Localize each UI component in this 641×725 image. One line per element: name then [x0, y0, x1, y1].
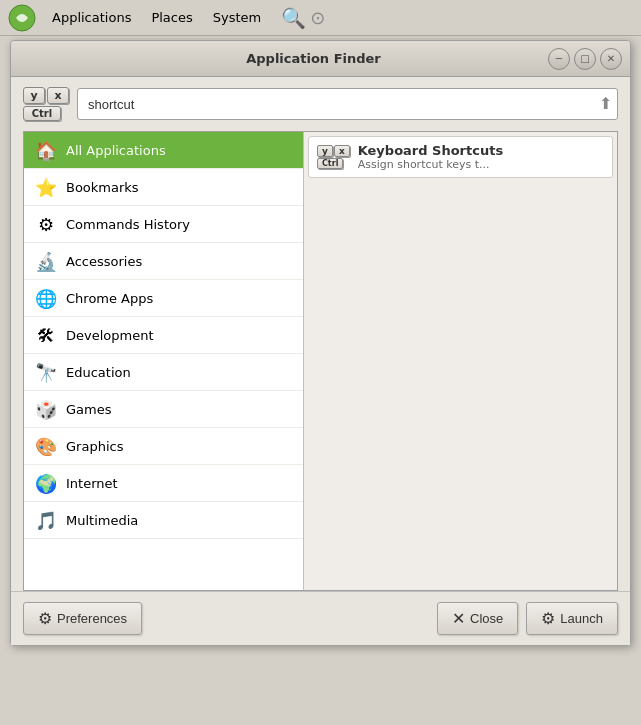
app-name: Keyboard Shortcuts [358, 143, 604, 158]
app-ctrl-key: Ctrl [317, 158, 343, 169]
accessories-label: Accessories [66, 254, 142, 269]
apps-panel: y x Ctrl Keyboard Shortcuts Assign short… [304, 132, 617, 590]
development-label: Development [66, 328, 154, 343]
content-area: 🏠 All Applications ⭐ Bookmarks ⚙ Command… [23, 131, 618, 591]
category-item-graphics[interactable]: 🎨 Graphics [24, 428, 303, 465]
app-item-keyboard-shortcuts[interactable]: y x Ctrl Keyboard Shortcuts Assign short… [308, 136, 613, 178]
menu-search-icon[interactable]: 🔍 [281, 6, 306, 30]
menu-system[interactable]: System [205, 6, 269, 29]
multimedia-label: Multimedia [66, 513, 138, 528]
preferences-icon: ⚙ [38, 609, 52, 628]
ctrl-key: Ctrl [23, 106, 61, 121]
commands-history-icon: ⚙ [34, 212, 58, 236]
category-item-commands-history[interactable]: ⚙ Commands History [24, 206, 303, 243]
app-x-key: x [334, 145, 350, 157]
menu-places[interactable]: Places [143, 6, 200, 29]
menu-bar: Applications Places System 🔍 ⊙ [0, 0, 641, 36]
close-icon: ✕ [452, 609, 465, 628]
app-logo [8, 4, 36, 32]
multimedia-icon: 🎵 [34, 508, 58, 532]
category-item-internet[interactable]: 🌍 Internet [24, 465, 303, 502]
search-clear-button[interactable]: ⬆ [599, 96, 612, 112]
close-button[interactable]: ✕ Close [437, 602, 518, 635]
bookmarks-label: Bookmarks [66, 180, 139, 195]
keyboard-shortcut-icon: y x Ctrl [23, 87, 69, 121]
category-item-accessories[interactable]: 🔬 Accessories [24, 243, 303, 280]
maximize-button[interactable]: □ [574, 48, 596, 70]
bottom-bar: ⚙ Preferences ✕ Close ⚙ Launch [11, 591, 630, 645]
search-area: y x Ctrl ⬆ [11, 77, 630, 131]
bookmarks-icon: ⭐ [34, 175, 58, 199]
category-item-development[interactable]: 🛠 Development [24, 317, 303, 354]
x-key: x [47, 87, 69, 104]
games-icon: 🎲 [34, 397, 58, 421]
close-button[interactable]: ✕ [600, 48, 622, 70]
category-item-games[interactable]: 🎲 Games [24, 391, 303, 428]
category-item-bookmarks[interactable]: ⭐ Bookmarks [24, 169, 303, 206]
launch-icon: ⚙ [541, 609, 555, 628]
window-controls: − □ ✕ [548, 48, 622, 70]
accessories-icon: 🔬 [34, 249, 58, 273]
app-desc: Assign shortcut keys t... [358, 158, 604, 171]
internet-label: Internet [66, 476, 118, 491]
category-item-education[interactable]: 🔭 Education [24, 354, 303, 391]
all-applications-label: All Applications [66, 143, 166, 158]
app-y-key: y [317, 145, 333, 157]
all-applications-icon: 🏠 [34, 138, 58, 162]
minimize-button[interactable]: − [548, 48, 570, 70]
category-item-all-applications[interactable]: 🏠 All Applications [24, 132, 303, 169]
y-key: y [23, 87, 45, 104]
graphics-icon: 🎨 [34, 434, 58, 458]
preferences-label: Preferences [57, 611, 127, 626]
education-icon: 🔭 [34, 360, 58, 384]
bottom-right-buttons: ✕ Close ⚙ Launch [437, 602, 618, 635]
close-label: Close [470, 611, 503, 626]
menu-screenshot-icon[interactable]: ⊙ [310, 7, 325, 28]
internet-icon: 🌍 [34, 471, 58, 495]
chrome-apps-icon: 🌐 [34, 286, 58, 310]
app-finder-window: Application Finder − □ ✕ y x Ctrl [10, 40, 631, 646]
app-kbd-icon: y x Ctrl [317, 145, 350, 169]
preferences-button[interactable]: ⚙ Preferences [23, 602, 142, 635]
category-item-chrome-apps[interactable]: 🌐 Chrome Apps [24, 280, 303, 317]
graphics-label: Graphics [66, 439, 123, 454]
window-title: Application Finder [246, 51, 381, 66]
launch-button[interactable]: ⚙ Launch [526, 602, 618, 635]
title-bar: Application Finder − □ ✕ [11, 41, 630, 77]
category-item-multimedia[interactable]: 🎵 Multimedia [24, 502, 303, 539]
categories-panel: 🏠 All Applications ⭐ Bookmarks ⚙ Command… [24, 132, 304, 590]
games-label: Games [66, 402, 111, 417]
search-wrapper: ⬆ [77, 88, 618, 120]
menu-applications[interactable]: Applications [44, 6, 139, 29]
commands-history-label: Commands History [66, 217, 190, 232]
search-input[interactable] [77, 88, 618, 120]
launch-label: Launch [560, 611, 603, 626]
education-label: Education [66, 365, 131, 380]
development-icon: 🛠 [34, 323, 58, 347]
chrome-apps-label: Chrome Apps [66, 291, 153, 306]
app-info: Keyboard Shortcuts Assign shortcut keys … [358, 143, 604, 171]
